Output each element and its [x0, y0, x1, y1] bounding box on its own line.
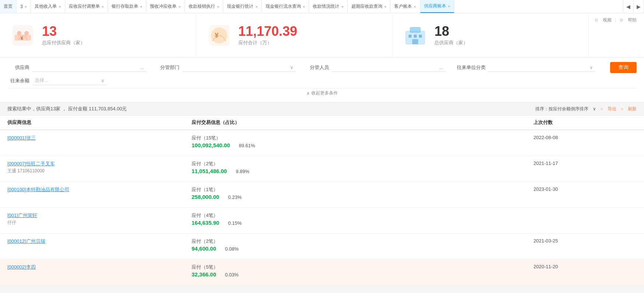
nav-tab-cashstat[interactable]: 现金银行统计 ×	[223, 0, 262, 13]
close-icon[interactable]: ×	[255, 4, 258, 9]
supplier-link-row1[interactable]: [000001]张三	[7, 135, 36, 141]
refresh-button[interactable]: 刷新	[628, 106, 637, 112]
supplier-link-row6[interactable]: [000002]李四	[7, 264, 36, 270]
svg-rect-9	[410, 27, 420, 32]
close-icon[interactable]: ×	[448, 4, 450, 8]
nav-tab-overdue[interactable]: 超期应收款查询 ×	[348, 0, 391, 13]
stat-block-total-suppliers: 18 总供应商（家）	[392, 13, 588, 57]
nav-arrow-left[interactable]: ◀	[623, 0, 634, 13]
stat-number-payable-total: 11,170.39	[238, 25, 297, 38]
sort-label: 排序：按应付余额倒序排序	[535, 106, 588, 112]
supplier-sub-row4: 仔仔	[7, 220, 192, 226]
nav-tab-income[interactable]: 其他收入单 ×	[31, 0, 65, 13]
dept-select[interactable]: ∨	[182, 63, 296, 72]
svg-rect-13	[412, 39, 418, 44]
payable-info-row3: 应付（1笔） 258,000.00 0.23%	[192, 186, 533, 200]
category-filter-label: 往来单位分类	[457, 64, 486, 71]
payable-label-row2: 应付（2笔）	[192, 161, 218, 167]
close-icon[interactable]: ×	[25, 4, 27, 9]
payable-amount-row6[interactable]: 32,366.00	[192, 271, 216, 278]
export-button[interactable]: 导出	[608, 106, 616, 112]
supplier-filter-label: 供应商	[7, 64, 29, 71]
separator: ｜	[613, 17, 618, 23]
payable-amount-row1[interactable]: 100,092,540.00	[192, 142, 230, 148]
balance-select[interactable]: 选择... ∨	[32, 76, 107, 85]
header-supplier: 供应商信息	[7, 119, 192, 126]
svg-rect-12	[419, 35, 422, 38]
close-icon[interactable]: ×	[102, 4, 104, 9]
balance-placeholder: 选择...	[35, 77, 48, 84]
payable-info-row4: 应付（4笔） 164,635.90 0.15%	[192, 212, 533, 226]
nav-arrow-right[interactable]: ▶	[634, 0, 644, 13]
nav-tab-receivestat[interactable]: 收款情况统计 ×	[309, 0, 347, 13]
table-row: [000100]本特勤油品有限公司 应付（1笔） 258,000.00 0.23…	[0, 182, 644, 208]
table-row: [000007]恒旺二手叉车 王通 17106110000 应付（2笔） 11,…	[0, 156, 644, 182]
video-link[interactable]: 视频	[603, 17, 612, 23]
close-icon[interactable]: ×	[59, 4, 61, 9]
payable-amount-row5[interactable]: 94,600.00	[192, 245, 216, 252]
header-payable: 应付交易信息（占比）	[192, 119, 533, 126]
payable-percent-row4: 0.15%	[228, 220, 242, 226]
filter-item-supplier: 供应商 ...	[7, 63, 157, 72]
balance-filter-label: 往来余额	[7, 77, 29, 84]
payable-amount-row3[interactable]: 258,000.00	[192, 194, 219, 200]
close-icon[interactable]: ×	[414, 4, 416, 9]
payable-amount-row2[interactable]: 11,051,486.00	[192, 168, 227, 174]
close-icon[interactable]: ×	[178, 4, 181, 9]
nav-arrows: ◀ ▶	[623, 0, 644, 13]
sort-arrow-icon[interactable]: ∨	[593, 106, 596, 111]
stat-label-total-suppliers: 总供应商（家）	[434, 39, 468, 46]
supplier-link-row4[interactable]: [001]广州荣轩	[7, 213, 37, 218]
close-icon[interactable]: ×	[303, 4, 305, 9]
close-icon[interactable]: ×	[384, 4, 386, 9]
filter-item-person: 分管人员 ...	[307, 63, 457, 72]
table-row: [000002]李四 应付（5笔） 32,366.00 0.03% 2020-1…	[0, 259, 644, 285]
stat-label-payable-suppliers: 总应付供应商（家）	[42, 39, 85, 46]
nav-tab-supplierbook[interactable]: 供应商账本 ×	[420, 0, 454, 13]
supplier-info-row1: [000001]张三	[7, 135, 192, 141]
supplier-link-row2[interactable]: [000007]恒旺二手叉车	[7, 161, 55, 166]
supplier-link-row5[interactable]: [000012]广州贝瑞	[7, 238, 45, 244]
nav-tab-adjust[interactable]: 应收应付调整单 ×	[65, 0, 108, 13]
payable-label-row1: 应付（15笔）	[192, 135, 221, 141]
stat-block-payable-total: ¥ 11,170.39 应付合计（万）	[196, 13, 393, 57]
payable-total-icon: ¥	[207, 24, 231, 47]
stat-info-payable-total: 11,170.39 应付合计（万）	[238, 25, 297, 46]
help-link[interactable]: 帮助	[628, 17, 637, 23]
table-row: [001]广州荣轩 仔仔 应付（4笔） 164,635.90 0.15%	[0, 208, 644, 234]
supplier-info-row2: [000007]恒旺二手叉车 王通 17106110000	[7, 161, 192, 174]
last-pay-row6: 2020-11-20	[533, 264, 637, 269]
nav-tab-custbook[interactable]: 客户账本 ×	[391, 0, 420, 13]
supplier-info-row6: [000002]李四	[7, 264, 192, 270]
nav-tab-home[interactable]: 首页	[0, 0, 17, 13]
supplier-input[interactable]: ...	[32, 63, 146, 72]
payable-percent-row2: 9.89%	[236, 169, 249, 174]
stat-block-payable-suppliers: ¥ 13 总应付供应商（家）	[0, 13, 196, 57]
category-select[interactable]: ∨	[489, 63, 596, 72]
svg-rect-11	[414, 35, 417, 38]
nav-tab-3[interactable]: 3 ×	[17, 0, 31, 13]
nav-tab-prepay[interactable]: 预收冲应收单 ×	[146, 0, 185, 13]
close-icon[interactable]: ×	[140, 4, 142, 9]
collapse-button[interactable]: ∧ 收起更多条件	[7, 88, 637, 98]
supplier-link-row3[interactable]: [000100]本特勤油品有限公司	[7, 187, 69, 192]
total-supplier-icon	[403, 24, 427, 47]
nav-tab-bank[interactable]: 银行存取款单 ×	[108, 0, 146, 13]
stat-info-payable-suppliers: 13 总应付供应商（家）	[42, 25, 85, 46]
payable-label-row4: 应付（4笔）	[192, 212, 218, 219]
close-icon[interactable]: ×	[217, 4, 219, 9]
table-container: 供应商信息 应付交易信息（占比） 上次付数 [000001]张三 应付（15笔）…	[0, 116, 644, 285]
top-right-links: ⊙ 视频 ｜ ⊙ 帮助	[588, 13, 644, 57]
nav-tab-cashflow[interactable]: 现金银行流水查询 ×	[262, 0, 309, 13]
supplier-payable-icon: ¥	[11, 24, 35, 47]
nav-tab-verify[interactable]: 收款核销执行 ×	[185, 0, 223, 13]
svg-point-3	[24, 31, 29, 35]
filter-item-dept: 分管部门 ∨	[157, 63, 307, 72]
payable-info-row6: 应付（5笔） 32,366.00 0.03%	[192, 264, 533, 278]
query-button[interactable]: 查询	[610, 62, 637, 73]
person-input[interactable]: ...	[332, 63, 446, 72]
close-icon[interactable]: ×	[341, 4, 343, 9]
dept-select-arrow: ∨	[290, 65, 294, 70]
payable-amount-row4[interactable]: 164,635.90	[192, 220, 219, 226]
svg-text:¥: ¥	[21, 36, 23, 41]
